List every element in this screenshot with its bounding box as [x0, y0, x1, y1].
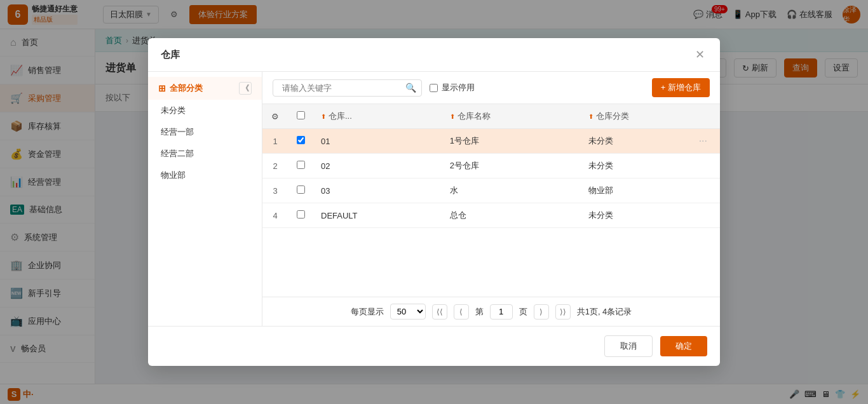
modal-search-bar: 🔍 显示停用 + 新增仓库 — [262, 72, 720, 104]
modal-body: ⊞ 全部分类 《 未分类 经营一部 经营二部 物业部 — [148, 72, 720, 112]
category-sidebar: ⊞ 全部分类 《 未分类 经营一部 经营二部 物业部 — [148, 72, 262, 112]
modal-close-button[interactable]: ✕ — [692, 47, 707, 62]
th-name: ⬆ 仓库名称 — [442, 104, 581, 112]
th-settings: ⚙ — [262, 104, 288, 112]
search-input[interactable] — [278, 80, 405, 96]
modal-header: 仓库 ✕ — [148, 38, 720, 72]
show-disabled-label[interactable]: 显示停用 — [430, 82, 475, 93]
table-header: ⚙ ⬆ 仓库... — [262, 104, 720, 112]
th-checkbox — [288, 104, 313, 112]
warehouse-table-wrap: ⚙ ⬆ 仓库... — [262, 104, 720, 112]
warehouse-table: ⚙ ⬆ 仓库... — [262, 104, 720, 112]
modal-main: 🔍 显示停用 + 新增仓库 ⚙ — [262, 72, 720, 112]
th-category: ⬆ 仓库分类 — [581, 104, 720, 112]
modal-title: 仓库 — [161, 49, 180, 61]
search-input-wrap: 🔍 — [273, 79, 422, 97]
th-code: ⬆ 仓库... — [313, 104, 442, 112]
add-warehouse-button[interactable]: + 新增仓库 — [652, 78, 710, 97]
category-uncat[interactable]: 未分类 — [148, 100, 262, 112]
category-all-header[interactable]: ⊞ 全部分类 《 — [148, 77, 262, 100]
select-all-checkbox[interactable] — [297, 111, 305, 112]
category-collapse-button[interactable]: 《 — [239, 82, 252, 95]
show-disabled-checkbox[interactable] — [430, 84, 438, 92]
grid-icon: ⊞ — [158, 83, 166, 93]
modal-overlay[interactable]: 仓库 ✕ ⊞ 全部分类 《 未分类 经营一部 经营二部 — [0, 0, 868, 112]
search-icon[interactable]: 🔍 — [405, 83, 416, 93]
warehouse-modal: 仓库 ✕ ⊞ 全部分类 《 未分类 经营一部 经营二部 — [148, 38, 720, 112]
